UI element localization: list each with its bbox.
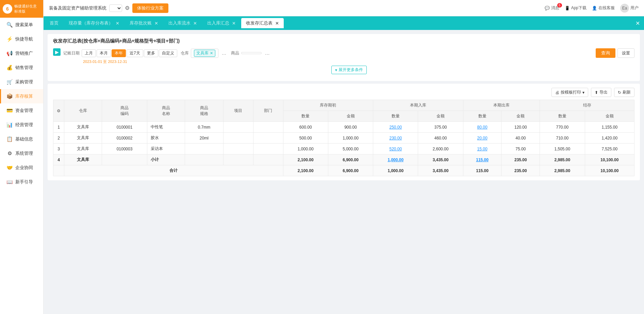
tab-home[interactable]: 首页 xyxy=(45,18,63,28)
col-goods-spec-header: 商品规格 xyxy=(185,100,224,122)
col-open-amt-header: 金额 xyxy=(328,111,373,122)
sidebar-icon-basic: 📋 xyxy=(6,136,13,142)
date-btn-本年[interactable]: 本年 xyxy=(112,49,126,57)
tab-inout_summary[interactable]: 出入库汇总✕ xyxy=(202,18,241,28)
warehouse-tag-close[interactable]: ✕ xyxy=(210,51,213,55)
tab-close-inout_flow[interactable]: ✕ xyxy=(193,21,197,26)
sidebar-label-inventory: 库存核算 xyxy=(15,93,33,99)
topbar-right: 💬 消息 6 📱 App下载 👤 在线客服 Ea 用户 xyxy=(545,4,639,13)
subtotal-in-qty[interactable]: 1,000.00 xyxy=(373,154,418,165)
sidebar-item-quicknav[interactable]: ⚡ 快捷导航 xyxy=(0,32,43,46)
tab-inout_flow[interactable]: 出入库流水✕ xyxy=(164,18,202,28)
col-warehouse-header: 仓库 xyxy=(64,100,102,122)
col-project-header: 项目 xyxy=(223,100,253,122)
row-no: 3 xyxy=(53,144,64,154)
subtotal-out-qty[interactable]: 115.00 xyxy=(463,154,501,165)
col-setting-header[interactable]: ⚙ xyxy=(53,100,64,122)
row-department xyxy=(253,122,283,133)
date-btn-本月[interactable]: 本月 xyxy=(97,49,111,57)
sidebar-item-purchase[interactable]: 🛒 采购管理 xyxy=(0,75,43,89)
sidebar-icon-system: ⚙ xyxy=(6,150,13,156)
query-button[interactable]: 查询 xyxy=(596,48,615,58)
data-table: ⚙ 仓库 商品编码 商品名称 商品规格 项目 部门 库存期初 本期入库 本期出库… xyxy=(53,100,634,176)
tab-label-collect_summary: 收发存汇总表 xyxy=(246,20,273,26)
tab-close-batch_ledger[interactable]: ✕ xyxy=(154,21,158,26)
subtotal-close-qty: 2,985.00 xyxy=(540,154,585,165)
row-close-qty: 1,505.00 xyxy=(540,144,585,154)
sidebar-icon-sales: 💰 xyxy=(6,65,13,71)
app-download-label: App下载 xyxy=(571,5,587,11)
row-no: 2 xyxy=(53,133,64,144)
sidebar-label-sales: 销售管理 xyxy=(15,65,33,71)
export-btn[interactable]: ⬆ 导出 xyxy=(591,88,611,97)
goods-more-dots[interactable]: ... xyxy=(264,50,271,56)
row-department xyxy=(253,144,283,154)
row-in-qty[interactable]: 520.00 xyxy=(373,144,418,154)
expand-conditions-btn[interactable]: ▾ 展开更多条件 xyxy=(331,66,367,74)
logo-icon: 6 xyxy=(3,4,12,14)
tab-stock_dist[interactable]: 现存量（库存分布表）✕ xyxy=(64,18,124,28)
tab-collect_summary[interactable]: 收发存汇总表✕ xyxy=(241,18,284,28)
system-select[interactable] xyxy=(109,4,122,12)
row-close-amt: 7,525.00 xyxy=(585,144,634,154)
trial-button[interactable]: 体验行业方案 xyxy=(132,3,168,13)
warehouse-tag: 文具库 ✕ xyxy=(194,50,215,57)
sidebar-label-marketing: 营销推广 xyxy=(15,50,33,56)
sidebar-item-finance[interactable]: 💳 资金管理 xyxy=(0,103,43,118)
print-btn[interactable]: 🖨 按模板打印 ▾ xyxy=(551,88,588,97)
settings-button[interactable]: 设置 xyxy=(617,48,634,58)
date-btn-自定义[interactable]: 自定义 xyxy=(159,49,177,57)
tab-label-home: 首页 xyxy=(50,20,59,26)
date-btn-上月[interactable]: 上月 xyxy=(82,49,96,57)
row-close-amt: 1,420.00 xyxy=(585,133,634,144)
sidebar-item-sales[interactable]: 💰 销售管理 xyxy=(0,61,43,75)
row-in-qty[interactable]: 230.00 xyxy=(373,133,418,144)
table-header-row-1: ⚙ 仓库 商品编码 商品名称 商品规格 项目 部门 库存期初 本期入库 本期出库… xyxy=(53,100,634,111)
row-out-qty[interactable]: 20.00 xyxy=(463,133,501,144)
row-open-amt: 5,000.00 xyxy=(328,144,373,154)
sidebar-item-search[interactable]: 🔍 搜索菜单 xyxy=(0,18,43,32)
app-download-item[interactable]: 📱 App下载 xyxy=(565,5,587,11)
sidebar-icon-quicknav: ⚡ xyxy=(6,36,13,42)
sidebar-item-marketing[interactable]: 📢 营销推广 xyxy=(0,46,43,61)
sidebar-label-system: 系统管理 xyxy=(15,150,33,156)
row-out-qty[interactable]: 15.00 xyxy=(463,144,501,154)
filter-collapse-btn[interactable]: ▶ xyxy=(53,48,61,56)
online-service-item[interactable]: 👤 在线客服 xyxy=(592,5,615,11)
row-out-qty[interactable]: 80.00 xyxy=(463,122,501,133)
sidebar-item-business[interactable]: 📊 经营管理 xyxy=(0,118,43,132)
sidebar-item-inventory[interactable]: 📦 库存核算 xyxy=(0,89,43,103)
title-card: 收发存汇总表(按仓库+商品编码+商品+规格型号+项目+部门) ▶ 记账日期 上月… xyxy=(48,34,640,81)
refresh-btn[interactable]: ↻ 刷新 xyxy=(614,88,634,97)
subtotal-goods-spec xyxy=(185,154,224,165)
col-open-qty-header: 数量 xyxy=(283,111,328,122)
row-open-amt: 1,000.00 xyxy=(328,133,373,144)
data-table-container: ⚙ 仓库 商品编码 商品名称 商品规格 项目 部门 库存期初 本期入库 本期出库… xyxy=(53,100,634,176)
col-out-qty-header: 数量 xyxy=(463,111,501,122)
tab-close-stock_dist[interactable]: ✕ xyxy=(116,21,119,26)
tabs-close-all[interactable]: ✕ xyxy=(633,19,643,28)
sidebar-icon-inventory: 📦 xyxy=(6,93,13,99)
col-in-header: 本期入库 xyxy=(373,100,463,111)
table-row: 3 文具库 0100003 采访本 1,000.00 5,000.00 520.… xyxy=(53,144,634,154)
sidebar-item-system[interactable]: ⚙ 系统管理 xyxy=(0,146,43,161)
user-item[interactable]: Ea 用户 xyxy=(620,4,639,13)
tab-batch_ledger[interactable]: 库存批次账✕ xyxy=(125,18,163,28)
sidebar-icon-search: 🔍 xyxy=(6,22,13,28)
warehouse-more-dots[interactable]: ... xyxy=(220,50,228,56)
gear-icon[interactable]: ⚙ xyxy=(125,5,130,11)
row-in-qty[interactable]: 250.00 xyxy=(373,122,418,133)
sidebar-item-guide[interactable]: 📖 新手引导 xyxy=(0,175,43,189)
date-btn-group: 上月本月本年近7天更多自定义 xyxy=(82,49,177,57)
sidebar-item-basic[interactable]: 📋 基础信息 xyxy=(0,132,43,146)
tab-close-collect_summary[interactable]: ✕ xyxy=(275,21,279,26)
date-btn-更多[interactable]: 更多 xyxy=(144,49,158,57)
warehouse-filter: 仓库 文具库 ✕ ... xyxy=(181,49,228,58)
user-label: 用户 xyxy=(630,5,639,11)
tab-close-inout_summary[interactable]: ✕ xyxy=(232,21,236,26)
date-btn-近7天[interactable]: 近7天 xyxy=(127,49,143,57)
sidebar-item-enterprise[interactable]: 🤝 企业协同 xyxy=(0,161,43,175)
footer-close-qty: 2,985.00 xyxy=(540,165,585,176)
row-goods-code: 0100001 xyxy=(102,122,147,133)
message-item[interactable]: 💬 消息 6 xyxy=(545,5,559,11)
